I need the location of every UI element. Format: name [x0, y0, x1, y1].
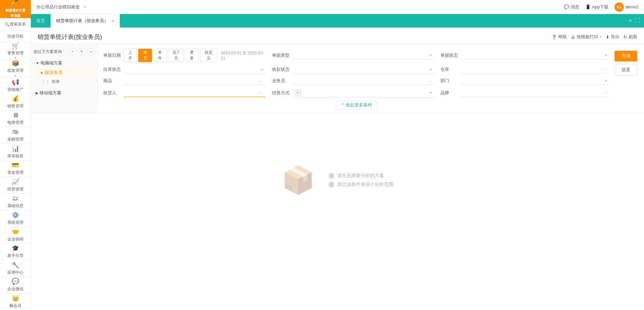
- tab-active[interactable]: 销货单统计表（按业务员） ×: [51, 14, 120, 28]
- close-window-icon[interactable]: ×: [629, 18, 632, 24]
- sidebar-item-ecommerce[interactable]: 🖥 电商管理: [0, 111, 31, 127]
- tab-close-icon[interactable]: ×: [112, 18, 114, 23]
- help-button[interactable]: ❓ 帮助: [551, 34, 567, 40]
- tip-num-2: 2: [328, 182, 334, 188]
- app-download-label: App下载: [592, 4, 608, 10]
- refresh-button[interactable]: ↻ 刷新: [624, 34, 637, 40]
- print-arrow: ▾: [600, 35, 602, 39]
- sidebar-item-sales[interactable]: 💰 销售管理: [0, 94, 31, 111]
- panel-collapse-btn[interactable]: «: [88, 48, 95, 55]
- desktop-section-label: 电脑端方案: [41, 60, 62, 66]
- collapse-button[interactable]: ⌃ 收起更多条件: [336, 101, 377, 109]
- date-btn-last-month[interactable]: 上月: [123, 49, 137, 62]
- sidebar-item-newbie[interactable]: 🎓 新手引导: [0, 244, 31, 260]
- topbar-page-title: 办公用品行业模拟账套: [36, 4, 80, 10]
- date-btn-this-year[interactable]: 本年: [153, 49, 167, 62]
- doc-type-arrow: ▾: [430, 53, 432, 58]
- query-btn-area: 查询 设置: [614, 44, 644, 113]
- sidebar-item-basic[interactable]: 🗂 基础信息: [0, 194, 31, 210]
- panel-section-desktop: ▼ 电脑端方案 ● 按业务员 ⋮⋮ 按单: [34, 59, 95, 86]
- settlement-tag-close[interactable]: ×: [297, 90, 299, 95]
- receipt-status-select[interactable]: ▾: [292, 66, 434, 73]
- panel-item-salesman[interactable]: ● 按业务员: [34, 67, 95, 78]
- consignee-input[interactable]: ···: [123, 89, 265, 97]
- date-btn-more[interactable]: 更多: [185, 49, 199, 62]
- sidebar-item-retail[interactable]: 🛒 零售管理 ▼: [0, 42, 31, 60]
- sidebar-item-wholesale[interactable]: 📦 批发管理 ▲: [0, 60, 31, 77]
- tab-home-label: 首页: [36, 18, 45, 24]
- mobile-section-header[interactable]: ▶ 移动端方案: [34, 89, 95, 97]
- sidebar-item-system-label: 系统管理: [7, 220, 23, 225]
- tab-expand[interactable]: × ⛶: [625, 14, 644, 28]
- panel-sub-order[interactable]: ⋮⋮ 按单: [39, 78, 95, 86]
- salesman-active-icon: ●: [40, 70, 43, 75]
- retail-icon: 🛒: [12, 42, 19, 49]
- sidebar-item-finance[interactable]: 💳 资金管理: [0, 160, 31, 177]
- sidebar-item-appstore[interactable]: 🔧 应用中心: [0, 260, 31, 277]
- warehouse-select[interactable]: ···: [461, 65, 609, 73]
- content: 销货单统计表(按业务员) ❓ 帮助 🖨 按模板打印 ▾ ⬇ 导出 ↻ 刷新: [31, 28, 644, 310]
- brand-input[interactable]: ···: [461, 89, 609, 97]
- brand-dots: ···: [603, 90, 607, 95]
- receipt-status-label: 收款状态: [272, 66, 292, 72]
- logo-text: 畅捷通好生意: [5, 8, 25, 13]
- sidebar-item-wechat[interactable]: 💬 企业微信: [0, 277, 31, 294]
- tip-num-1: 1: [328, 173, 334, 179]
- sidebar-quick-nav[interactable]: 快捷导航: [0, 31, 31, 42]
- topbar-dropdown-icon[interactable]: ▾: [84, 4, 86, 9]
- brand-label: 品牌: [440, 90, 461, 96]
- export-button[interactable]: ⬇ 导出: [606, 34, 620, 40]
- logo-sub: 标准版: [10, 13, 20, 18]
- doc-status-select[interactable]: ▾: [461, 52, 609, 59]
- message-icon: 💬: [564, 4, 569, 9]
- right-filter-area: 单据日期 上月 本月 本年 近7天 更多 自定义 2023-03-01 至 20…: [98, 44, 614, 113]
- sidebar-item-wechat-label: 企业微信: [7, 286, 23, 292]
- date-btn-this-month[interactable]: 本月: [138, 49, 152, 62]
- salesman-input[interactable]: ···: [292, 77, 434, 85]
- panel-header: 按以下方案查询 + ✎ «: [34, 48, 95, 55]
- panel-edit-btn[interactable]: ✎: [78, 48, 86, 55]
- order-icon: ⋮⋮: [42, 80, 50, 84]
- message-label: 消息: [571, 4, 579, 10]
- dept-select[interactable]: ▾: [461, 77, 609, 85]
- sidebar-item-inventory[interactable]: 📊 库存核算: [0, 144, 31, 161]
- doc-type-select[interactable]: ▾: [292, 52, 434, 59]
- sidebar-item-corp-label: 企业协同: [7, 237, 23, 242]
- section-arrow: ▼: [36, 61, 39, 65]
- out-status-select[interactable]: ▾: [123, 66, 265, 73]
- user-profile[interactable]: Ea demo2: [614, 2, 639, 12]
- sidebar-search[interactable]: 🔍 搜索菜单: [0, 18, 31, 31]
- add-icon: +: [71, 49, 73, 54]
- sidebar-item-marketing[interactable]: 📢 营销推广: [0, 77, 31, 94]
- sidebar-item-corp[interactable]: 🤝 企业协同: [0, 227, 31, 244]
- query-button[interactable]: 查询: [614, 51, 637, 61]
- sidebar-item-sales-label: 销售管理: [7, 103, 23, 109]
- tab-home[interactable]: 首页: [31, 14, 51, 28]
- sidebar-item-inventory-label: 库存核算: [7, 153, 23, 159]
- wechat-icon: 💬: [12, 278, 19, 285]
- date-btn-custom[interactable]: 自定义: [200, 49, 218, 62]
- sidebar-item-member[interactable]: 👑 畅会员: [0, 294, 31, 310]
- print-button[interactable]: 🖨 按模板打印 ▾: [571, 34, 602, 40]
- tabbar: 首页 销货单统计表（按业务员） × × ⛶: [31, 14, 644, 28]
- settlement-select[interactable]: × ▾: [292, 88, 434, 97]
- goods-input[interactable]: ···: [123, 77, 265, 85]
- sidebar-quicknav-label: 快捷导航: [7, 34, 23, 39]
- print-label: 按模板打印: [577, 34, 598, 40]
- filter-section: 按以下方案查询 + ✎ « ▼: [31, 44, 644, 113]
- date-btn-7days[interactable]: 近7天: [168, 49, 184, 62]
- settings-button[interactable]: 设置: [614, 64, 637, 75]
- message-button[interactable]: 💬 消息: [564, 4, 579, 10]
- panel-add-btn[interactable]: +: [69, 48, 76, 55]
- sidebar-item-purchase[interactable]: 🛍 采购管理: [0, 127, 31, 144]
- sidebar-item-purchase-label: 采购管理: [7, 137, 23, 142]
- goods-dots: ···: [260, 78, 263, 83]
- sidebar-item-system[interactable]: ⚙️ 系统管理: [0, 210, 31, 227]
- sidebar-item-operation[interactable]: 📈 经营管理: [0, 177, 31, 194]
- sidebar-item-operation-label: 经营管理: [7, 187, 23, 192]
- desktop-section-header[interactable]: ▼ 电脑端方案: [34, 59, 95, 67]
- sidebar-item-ecommerce-label: 电商管理: [7, 120, 23, 125]
- expand-icon[interactable]: ⛶: [635, 18, 640, 24]
- app-download-button[interactable]: 📱 App下载: [585, 4, 608, 10]
- search-icon: 🔍: [5, 22, 10, 27]
